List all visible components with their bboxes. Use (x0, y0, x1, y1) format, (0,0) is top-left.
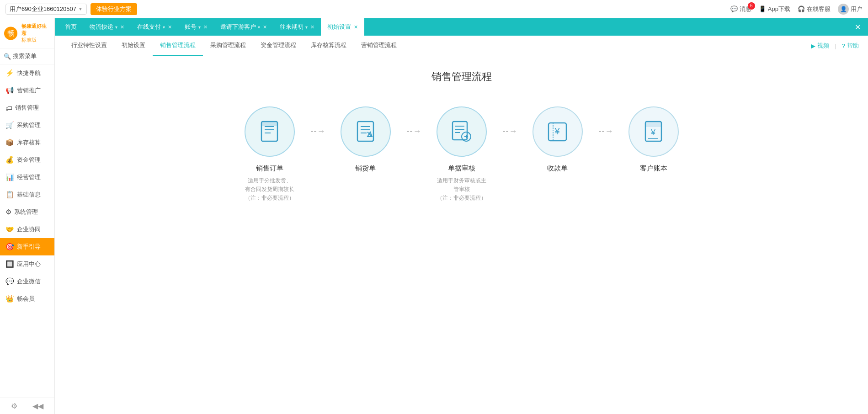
sidebar-item-label: 资金管理 (17, 156, 41, 164)
sidebar-item-label: 销售管理 (15, 104, 39, 112)
app-icon: 📱 (759, 5, 766, 12)
svg-text:¥: ¥ (650, 128, 656, 137)
flow-arrow-4: - - → (599, 127, 612, 136)
top-bar-left: 用户690企业1660120507 ▼ 体验行业方案 (5, 3, 137, 15)
experience-button[interactable]: 体验行业方案 (91, 3, 137, 15)
sidebar-item-wechat[interactable]: 💬 企业微信 (0, 273, 54, 290)
subtab-initial-label: 初始设置 (122, 42, 145, 48)
subtab-industry-label: 行业特性设置 (71, 42, 107, 48)
sidebar-item-marketing[interactable]: 📢 营销推广 (0, 82, 54, 99)
sidebar-item-label: 经营管理 (17, 173, 41, 181)
nav-close-all-button[interactable]: ✕ (851, 23, 864, 32)
flow-name-ledger: 客户账本 (640, 164, 667, 173)
collapse-icon[interactable]: ◀◀ (32, 402, 43, 410)
content-area: 行业特性设置 初始设置 销售管理流程 采购管理流程 资金管理流程 库存核算流程 (55, 36, 868, 414)
tab-period[interactable]: 往来期初 ▾ ✕ (273, 18, 321, 36)
tab-period-close[interactable]: ✕ (310, 24, 314, 30)
subtab-initial[interactable]: 初始设置 (114, 36, 153, 56)
subtab-marketing-flow[interactable]: 营销管理流程 (354, 36, 404, 56)
user-name-label: 用户 (851, 5, 863, 13)
tab-payment[interactable]: 在线支付 ▾ ✕ (131, 18, 178, 36)
sidebar: 畅 畅康通好生意 标准版 🔍 搜索菜单 ⚡ 快捷导航 📢 营销推广 🏷 销售 (0, 18, 55, 414)
sidebar-item-operation[interactable]: 📊 经营管理 (0, 169, 54, 186)
finance-icon: 💰 (5, 156, 14, 164)
subtab-sales-flow-label: 销售管理流程 (160, 42, 196, 48)
sidebar-item-sales[interactable]: 🏷 销售管理 (0, 99, 54, 117)
sidebar-item-quicknav[interactable]: ⚡ 快捷导航 (0, 64, 54, 82)
search-label: 搜索菜单 (13, 52, 37, 60)
video-link[interactable]: ▶ 视频 (811, 42, 829, 50)
app-label: App下载 (768, 5, 790, 13)
svg-rect-7 (357, 122, 373, 141)
collab-icon: 🤝 (5, 225, 14, 234)
search-icon: 🔍 (4, 53, 11, 60)
message-badge: 6 (748, 2, 755, 10)
top-bar: 用户690企业1660120507 ▼ 体验行业方案 💬 消息 6 📱 App下… (0, 0, 868, 18)
purchase-icon: 🛒 (5, 121, 14, 129)
sidebar-item-system[interactable]: ⚙ 系统管理 (0, 203, 54, 221)
tab-account-label: 账号 (185, 23, 197, 31)
subtab-sales-flow[interactable]: 销售管理流程 (153, 36, 203, 56)
tab-initial[interactable]: 初始设置 ✕ (321, 18, 364, 36)
tab-invite-close[interactable]: ✕ (263, 24, 267, 30)
user-selector-text: 用户690企业1660120507 (10, 5, 76, 13)
flow-diagram: 销售订单 适用于分批发货、有合同发货周期较长（注：非必要流程） - - → (73, 106, 850, 203)
user-selector[interactable]: 用户690企业1660120507 ▼ (5, 4, 87, 15)
wechat-icon: 💬 (5, 277, 14, 286)
help-link[interactable]: ? 帮助 (842, 42, 859, 50)
sidebar-item-member[interactable]: 👑 畅会员 (0, 290, 54, 308)
tab-invite[interactable]: 邀请下游客户 ▾ ✕ (214, 18, 273, 36)
subtab-purchase-flow-label: 采购管理流程 (210, 42, 246, 48)
tab-logistics[interactable]: 物流快递 ▾ ✕ (83, 18, 131, 36)
sidebar-item-inventory[interactable]: 📦 库存核算 (0, 134, 54, 151)
sidebar-item-label: 快捷导航 (17, 69, 41, 77)
tab-initial-close[interactable]: ✕ (354, 24, 358, 30)
sidebar-item-finance[interactable]: 💰 资金管理 (0, 151, 54, 169)
logo-line2: 标准版 (21, 37, 51, 43)
sidebar-item-purchase[interactable]: 🛒 采购管理 (0, 117, 54, 134)
app-download-item[interactable]: 📱 App下载 (759, 5, 790, 13)
video-label: 视频 (817, 42, 829, 50)
tab-account[interactable]: 账号 ▾ ✕ (178, 18, 214, 36)
system-icon: ⚙ (5, 208, 11, 216)
chevron-down-icon: ▼ (78, 6, 83, 11)
flow-arrow-2: - - → (407, 127, 421, 136)
tab-account-close[interactable]: ✕ (203, 24, 208, 30)
appcenter-icon: 🔲 (5, 260, 14, 268)
tab-period-label: 往来期初 (280, 23, 304, 31)
operation-icon: 📊 (5, 173, 14, 181)
subtab-purchase-flow[interactable]: 采购管理流程 (203, 36, 253, 56)
svg-text:¥: ¥ (554, 126, 560, 136)
subtab-finance-flow-label: 资金管理流程 (261, 42, 296, 48)
divider: | (835, 42, 836, 49)
service-label: 在线客服 (807, 5, 831, 13)
tab-logistics-close[interactable]: ✕ (120, 24, 124, 30)
message-item[interactable]: 💬 消息 6 (730, 5, 751, 13)
sidebar-search[interactable]: 🔍 搜索菜单 (0, 48, 54, 64)
sidebar-item-guide[interactable]: 🎯 新手引导 (0, 238, 54, 255)
user-avatar-item[interactable]: 👤 用户 (838, 4, 863, 15)
service-item[interactable]: 🎧 在线客服 (798, 5, 831, 13)
sidebar-item-appcenter[interactable]: 🔲 应用中心 (0, 255, 54, 273)
logo-icon: 畅 (4, 26, 18, 41)
sidebar-logo: 畅 畅康通好生意 标准版 (0, 18, 54, 48)
video-icon: ▶ (811, 42, 815, 49)
subtab-industry[interactable]: 行业特性设置 (64, 36, 114, 56)
flow-circle-invoice (341, 106, 391, 157)
settings-bottom-icon[interactable]: ⚙ (11, 402, 17, 410)
help-label: 帮助 (847, 42, 859, 50)
sidebar-item-label: 畅会员 (17, 295, 35, 303)
quicknav-icon: ⚡ (5, 69, 14, 77)
sidebar-item-collab[interactable]: 🤝 企业协同 (0, 221, 54, 238)
flow-item-invoice: 销货单 (325, 106, 407, 176)
tab-home[interactable]: 首页 (59, 18, 83, 36)
subtab-finance-flow[interactable]: 资金管理流程 (253, 36, 304, 56)
sidebar-item-label: 应用中心 (17, 260, 41, 268)
tab-payment-close[interactable]: ✕ (168, 24, 172, 30)
page-title: 销售管理流程 (73, 70, 850, 84)
sidebar-bottom: ⚙ ◀◀ (0, 398, 54, 414)
sub-tabs: 行业特性设置 初始设置 销售管理流程 采购管理流程 资金管理流程 库存核算流程 (55, 36, 868, 56)
tab-invite-arrow: ▾ (258, 25, 260, 30)
sidebar-item-basic[interactable]: 📋 基础信息 (0, 186, 54, 203)
subtab-inventory-flow[interactable]: 库存核算流程 (304, 36, 354, 56)
